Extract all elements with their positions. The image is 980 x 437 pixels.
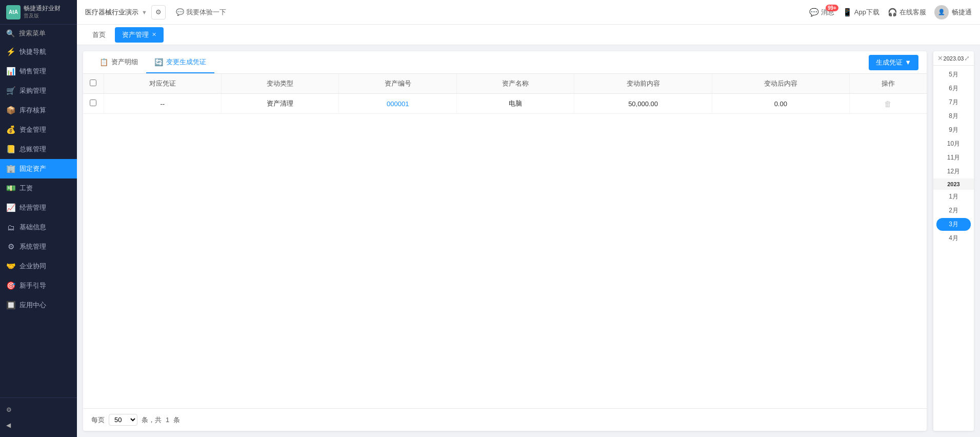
user-name: 畅捷通 — [952, 8, 972, 17]
sidebar-item-label: 总账管理 — [19, 145, 46, 154]
sidebar-item-inventory[interactable]: 📦 库存核算 — [0, 101, 77, 120]
sidebar-item-funds[interactable]: 💰 资金管理 — [0, 120, 77, 140]
sidebar-item-sales[interactable]: 📊 销售管理 — [0, 62, 77, 81]
message-btn[interactable]: 💬 消息 99+ — [809, 8, 834, 17]
header-voucher: 对应凭证 — [104, 74, 221, 94]
sidebar-item-purchase[interactable]: 🛒 采购管理 — [0, 81, 77, 101]
sidebar-item-fixed-assets[interactable]: 🏢 固定资产 — [0, 159, 77, 178]
app-download-label: App下载 — [854, 8, 879, 17]
settings-icon: ⚙ — [6, 406, 12, 413]
sales-icon: 📊 — [6, 67, 15, 76]
sidebar-item-quick-nav[interactable]: ⚡ 快捷导航 — [0, 42, 77, 62]
sidebar-item-enterprise[interactable]: 🤝 企业协同 — [0, 256, 77, 276]
date-item-10[interactable]: 10月 — [933, 137, 974, 151]
app-logo: AtA 畅捷通好业财 普及版 — [0, 0, 77, 25]
header-settings-btn[interactable]: ⚙ — [151, 5, 166, 19]
content-area: 📋 资产明细 🔄 变更生成凭证 生成凭证 ▼ — [77, 45, 980, 437]
date-item-7[interactable]: 7月 — [933, 95, 974, 109]
date-list: 5月 6月 7月 8月 9月 10月 11月 12月 2023 1月 2月 3月… — [933, 66, 974, 431]
sidebar-item-guide[interactable]: 🎯 新手引导 — [0, 276, 77, 295]
header-asset-no: 资产编号 — [339, 74, 456, 94]
generate-voucher-label: 生成凭证 — [876, 58, 903, 67]
funds-icon: 💰 — [6, 125, 15, 134]
delete-icon[interactable]: 🗑 — [884, 100, 892, 108]
top-header: 医疗器械行业演示 ▼ ⚙ 💬 我要体验一下 💬 消息 99+ 📱 App下载 🎧… — [77, 0, 980, 25]
date-item-2[interactable]: 2月 — [933, 204, 974, 217]
page-size-select[interactable]: 10 20 50 100 — [109, 414, 137, 426]
date-item-11[interactable]: 11月 — [933, 151, 974, 165]
sidebar-item-basic-info[interactable]: 🗂 基础信息 — [0, 217, 77, 237]
year-divider-2023: 2023 — [933, 178, 974, 190]
row-checkbox-cell — [83, 94, 104, 114]
message-icon: 💬 — [809, 8, 819, 17]
feedback-btn[interactable]: 💬 我要体验一下 — [176, 8, 226, 17]
sidebar-item-label: 企业协同 — [19, 262, 46, 271]
sub-tabs-left: 📋 资产明细 🔄 变更生成凭证 — [91, 51, 214, 73]
row-change-type: 资产清理 — [221, 94, 338, 114]
ledger-icon: 📒 — [6, 145, 15, 154]
date-item-3[interactable]: 3月 — [936, 218, 971, 231]
table-header-row: 对应凭证 变动类型 资产编号 资产名称 变动前内容 变动后内容 操作 — [83, 74, 927, 94]
sub-tab-asset-detail[interactable]: 📋 资产明细 — [91, 51, 146, 73]
sidebar-item-payroll[interactable]: 💵 工资 — [0, 178, 77, 198]
header-operation: 操作 — [849, 74, 927, 94]
sidebar-settings[interactable]: ⚙ — [0, 402, 77, 418]
avatar: 👤 — [934, 5, 949, 19]
search-icon: 🔍 — [6, 29, 15, 37]
quick-nav-icon: ⚡ — [6, 47, 15, 56]
sidebar-item-system[interactable]: ⚙ 系统管理 — [0, 237, 77, 256]
asset-detail-icon: 📋 — [99, 58, 108, 66]
enterprise-icon: 🤝 — [6, 262, 15, 271]
sidebar-item-ledger[interactable]: 📒 总账管理 — [0, 140, 77, 159]
header-change-type: 变动类型 — [221, 74, 338, 94]
main-area: 医疗器械行业演示 ▼ ⚙ 💬 我要体验一下 💬 消息 99+ 📱 App下载 🎧… — [77, 0, 980, 437]
sidebar-item-operations[interactable]: 📈 经营管理 — [0, 198, 77, 217]
date-item-6[interactable]: 6月 — [933, 82, 974, 95]
main-panel: 📋 资产明细 🔄 变更生成凭证 生成凭证 ▼ — [83, 51, 927, 431]
select-all-checkbox[interactable] — [90, 80, 96, 86]
row-before-change: 50,000.00 — [574, 94, 712, 114]
date-item-4-current[interactable]: 4月 — [933, 231, 974, 245]
date-item-9[interactable]: 9月 — [933, 123, 974, 137]
customer-service-btn[interactable]: 🎧 在线客服 — [888, 8, 926, 17]
user-info[interactable]: 👤 畅捷通 — [934, 5, 972, 19]
company-selector[interactable]: 医疗器械行业演示 ▼ — [85, 8, 147, 17]
dropdown-icon: ▼ — [905, 58, 911, 66]
tab-close-icon[interactable]: ✕ — [152, 31, 156, 38]
tab-asset-mgmt[interactable]: 资产管理 ✕ — [115, 27, 164, 43]
app-download-btn[interactable]: 📱 App下载 — [843, 8, 879, 17]
logo-text: 畅捷通好业财 — [24, 5, 61, 13]
sidebar-collapse[interactable]: ◀ — [0, 418, 77, 433]
sidebar-item-label: 新手引导 — [19, 281, 46, 290]
app-download-icon: 📱 — [843, 8, 852, 17]
row-asset-name: 电脑 — [456, 94, 574, 114]
row-after-change: 0.00 — [712, 94, 849, 114]
sidebar-search[interactable]: 🔍 搜索菜单 — [0, 25, 77, 42]
feedback-label: 我要体验一下 — [186, 8, 226, 17]
sub-tab-change-voucher[interactable]: 🔄 变更生成凭证 — [146, 51, 214, 73]
date-panel-close-icon[interactable]: ✕ — [937, 54, 943, 62]
date-item-1[interactable]: 1月 — [933, 190, 974, 204]
generate-voucher-btn[interactable]: 生成凭证 ▼ — [869, 55, 918, 70]
headset-icon: 🎧 — [888, 8, 897, 17]
sidebar-item-label: 固定资产 — [19, 164, 46, 173]
date-panel-expand-icon[interactable]: ⤢ — [964, 54, 970, 62]
app-center-icon: 🔲 — [6, 301, 15, 310]
operations-icon: 📈 — [6, 203, 15, 212]
sidebar-item-app-center[interactable]: 🔲 应用中心 — [0, 295, 77, 315]
system-icon: ⚙ — [6, 242, 15, 251]
date-panel-header: ✕ 2023.03 ⤢ — [933, 51, 974, 66]
date-item-12[interactable]: 12月 — [933, 165, 974, 178]
sub-tab-change-voucher-label: 变更生成凭证 — [166, 57, 206, 67]
sidebar-nav-scroll: 🔍 搜索菜单 ⚡ 快捷导航 📊 销售管理 🛒 采购管理 📦 库存核算 💰 资金管… — [0, 25, 77, 398]
purchase-icon: 🛒 — [6, 86, 15, 95]
row-operation-cell: 🗑 — [849, 94, 927, 114]
date-item-5[interactable]: 5月 — [933, 68, 974, 82]
total-count: 1 — [166, 416, 169, 424]
date-item-8[interactable]: 8月 — [933, 109, 974, 123]
logo-sub: 普及版 — [24, 12, 61, 19]
tab-home[interactable]: 首页 — [85, 27, 113, 43]
row-checkbox[interactable] — [90, 100, 96, 106]
sidebar-item-label: 工资 — [19, 184, 33, 193]
header-right: 💬 消息 99+ 📱 App下载 🎧 在线客服 👤 畅捷通 — [809, 5, 972, 19]
